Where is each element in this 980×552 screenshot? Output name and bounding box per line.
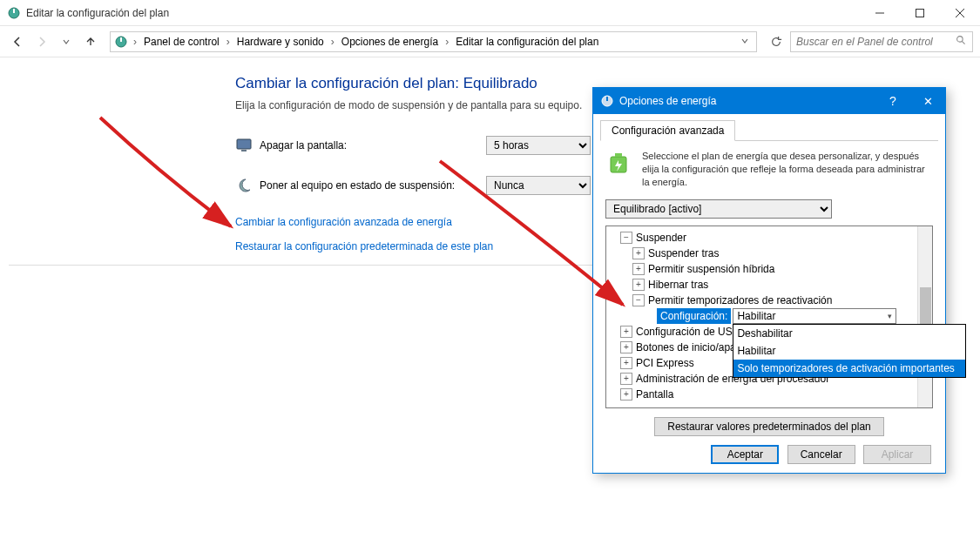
dropdown-option[interactable]: Deshabilitar — [733, 325, 965, 342]
close-button[interactable] — [940, 0, 980, 26]
chevron-right-icon: › — [329, 36, 336, 48]
expand-icon[interactable]: + — [620, 341, 632, 353]
power-plan-icon — [7, 6, 21, 20]
tree-item-wake-timers[interactable]: −Permitir temporizadores de reactivación — [608, 293, 930, 308]
expand-icon[interactable]: + — [620, 388, 632, 401]
expand-icon[interactable]: + — [620, 373, 632, 385]
monitor-icon — [235, 137, 253, 154]
forward-button[interactable] — [31, 31, 52, 52]
dialog-info-text: Seleccione el plan de energía que desea … — [642, 150, 933, 189]
tree-item-display[interactable]: +Pantalla — [608, 387, 930, 402]
breadcrumb-item[interactable]: Opciones de energía — [338, 34, 442, 50]
dialog-help-button[interactable]: ? — [875, 94, 910, 108]
dialog-titlebar[interactable]: Opciones de energía ? ✕ — [593, 88, 945, 114]
expand-icon[interactable]: + — [632, 247, 645, 259]
display-off-select[interactable]: 5 horas — [486, 136, 591, 155]
sleep-label: Poner al equipo en estado de suspensión: — [260, 179, 486, 192]
up-button[interactable] — [80, 31, 101, 52]
back-button[interactable] — [7, 31, 28, 52]
battery-icon — [605, 150, 633, 178]
ok-button[interactable]: Aceptar — [711, 445, 779, 464]
sleep-select[interactable]: Nunca — [486, 176, 591, 195]
svg-line-9 — [962, 41, 964, 44]
dialog-tabs: Configuración avanzada — [600, 119, 938, 141]
svg-rect-10 — [237, 139, 251, 149]
wake-timers-dropdown: Deshabilitar Habilitar Solo temporizador… — [733, 324, 966, 378]
tab-advanced-config[interactable]: Configuración avanzada — [600, 120, 735, 141]
dialog-title: Opciones de energía — [619, 95, 875, 107]
expand-icon[interactable]: + — [620, 357, 632, 369]
breadcrumb-item[interactable]: Panel de control — [140, 34, 223, 50]
search-icon[interactable] — [956, 35, 967, 49]
search-box[interactable] — [790, 31, 973, 52]
plan-select[interactable]: Equilibrado [activo] — [605, 199, 832, 219]
power-options-icon — [114, 35, 128, 49]
svg-rect-1 — [13, 9, 15, 13]
display-off-label: Apagar la pantalla: — [260, 139, 486, 151]
dialog-close-button[interactable]: ✕ — [910, 95, 945, 108]
svg-rect-15 — [615, 153, 622, 157]
tree-item-suspend[interactable]: −Suspender — [608, 230, 930, 246]
config-label: Configuración: — [657, 308, 731, 324]
restore-plan-defaults-button[interactable]: Restaurar valores predeterminados del pl… — [654, 417, 883, 436]
wake-timers-config-row: Configuración: Habilitar ▾ Deshabilitar … — [608, 308, 930, 324]
breadcrumb[interactable]: › Panel de control › Hardware y sonido ›… — [110, 31, 757, 52]
breadcrumb-item[interactable]: Hardware y sonido — [233, 34, 328, 50]
svg-rect-7 — [120, 37, 122, 42]
window-titlebar: Editar la configuración del plan — [0, 0, 980, 26]
refresh-button[interactable] — [766, 31, 787, 52]
svg-rect-3 — [916, 9, 924, 17]
tree-scrollbar[interactable] — [917, 226, 932, 407]
settings-tree: −Suspender +Suspender tras +Permitir sus… — [605, 226, 933, 408]
chevron-down-icon: ▾ — [888, 308, 892, 324]
breadcrumb-item[interactable]: Editar la configuración del plan — [452, 34, 602, 50]
chevron-right-icon: › — [225, 36, 232, 48]
tree-item-suspend-after[interactable]: +Suspender tras — [608, 246, 930, 261]
search-input[interactable] — [796, 36, 952, 48]
moon-icon — [235, 177, 253, 194]
window-title: Editar la configuración del plan — [26, 7, 860, 19]
recent-locations-button[interactable] — [56, 31, 77, 52]
navigation-toolbar: › Panel de control › Hardware y sonido ›… — [0, 26, 980, 57]
svg-rect-11 — [241, 150, 247, 151]
expand-icon[interactable]: + — [620, 326, 632, 338]
wake-timers-select[interactable]: Habilitar ▾ Deshabilitar Habilitar Solo … — [733, 308, 896, 324]
minimize-button[interactable] — [860, 0, 900, 26]
chevron-right-icon: › — [443, 36, 450, 48]
apply-button[interactable]: Aplicar — [863, 445, 931, 464]
svg-rect-13 — [606, 97, 608, 101]
dropdown-option[interactable]: Habilitar — [733, 342, 965, 360]
power-options-icon — [600, 94, 614, 108]
maximize-button[interactable] — [900, 0, 940, 26]
expand-icon[interactable]: + — [632, 263, 645, 275]
cancel-button[interactable]: Cancelar — [787, 445, 855, 464]
power-options-dialog: Opciones de energía ? ✕ Configuración av… — [592, 87, 946, 474]
expand-icon[interactable]: + — [632, 279, 645, 291]
collapse-icon[interactable]: − — [632, 294, 645, 306]
collapse-icon[interactable]: − — [620, 232, 632, 244]
chevron-right-icon: › — [132, 36, 139, 48]
svg-point-8 — [957, 36, 963, 42]
tree-item-hybrid-sleep[interactable]: +Permitir suspensión híbrida — [608, 261, 930, 277]
wake-timers-value: Habilitar — [737, 308, 775, 324]
dropdown-option[interactable]: Solo temporizadores de activación import… — [733, 360, 965, 377]
tree-item-hibernate-after[interactable]: +Hibernar tras — [608, 277, 930, 293]
breadcrumb-dropdown[interactable] — [737, 36, 753, 48]
